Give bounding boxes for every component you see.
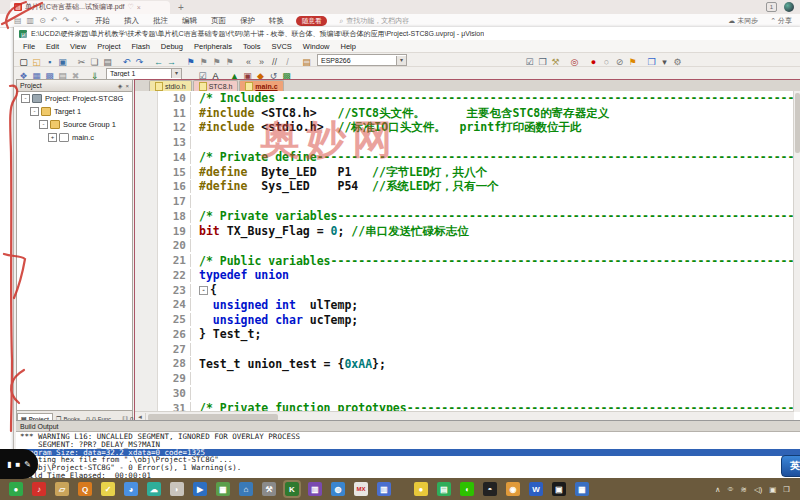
code-line-23[interactable]: 23-{ [135,283,794,298]
ime-language-badge[interactable]: 英 [781,455,800,477]
promo-badge[interactable]: 随意看 [296,16,328,26]
code-line-29[interactable]: 29 [135,371,794,386]
sync-status[interactable]: ☁ 未同步 [728,16,758,26]
calculator-icon[interactable]: ▦ [575,482,589,496]
build-log-line[interactable]: ".\obj\Project-STC8G" - 0 Error(s), 1 Wa… [20,464,800,472]
volume-icon[interactable]: ◁) [754,485,762,494]
tab-close-icon[interactable]: × [137,4,141,11]
build-log-line[interactable]: Program Size: data=32.2 xdata=0 code=132… [16,449,800,457]
menu-edit[interactable]: Edit [46,42,59,51]
share-button[interactable]: ⌃ 分享 [770,16,792,26]
explorer-icon[interactable]: ▱ [55,482,69,496]
panel-icon[interactable]: ▤ [14,16,22,25]
code-line-28[interactable]: 28Test_t union_test = {0xAA}; [135,357,794,372]
pin-icon[interactable]: ◈ [118,82,123,89]
computer-icon[interactable]: ⌂ [239,482,253,496]
menu-peripherals[interactable]: Peripherals [194,42,232,51]
editor-tab-stdio.h[interactable]: stdio.h [149,80,192,91]
screen-recorder-widget[interactable]: ▮■✎ [0,449,38,479]
chevron-down-icon[interactable]: ▾ [396,56,406,65]
build-log-line[interactable]: SEGMENT: ?PR?_DELAY_MS?MAIN [20,441,800,449]
pdf-menu-开始[interactable]: 开始 [95,16,110,26]
pdf-menu-页面[interactable]: 页面 [211,16,226,26]
chrome-icon[interactable]: ◕ [124,482,138,496]
code-line-14[interactable]: 14/* Private define---------------------… [135,150,794,165]
app-purple-icon[interactable]: ▥ [308,482,322,496]
pdf-menu-编辑[interactable]: 编辑 [182,16,197,26]
code-line-26[interactable]: 26} Test_t; [135,327,794,342]
avatar[interactable] [784,2,794,12]
pause-icon[interactable]: ▮ [7,460,11,469]
code-line-21[interactable]: 21/* Public variables-------------------… [135,253,794,268]
browser-sphere-icon[interactable]: ◍ [331,482,345,496]
menu-project[interactable]: Project [97,42,120,51]
netease-icon[interactable]: ♪ [32,482,46,496]
tree-expander-icon[interactable]: - [21,94,30,103]
tray-expand-icon[interactable]: ∧ [715,485,721,494]
pdf-menu-批注[interactable]: 批注 [153,16,168,26]
ime-tray-icon[interactable]: ▣ [769,485,776,494]
code-line-13[interactable]: 13 [135,135,794,150]
tree-expander-icon[interactable]: + [48,133,57,142]
menu-view[interactable]: View [70,42,86,51]
print-icon[interactable]: ⊙ [39,16,46,25]
network-icon[interactable]: ≋ [741,485,747,494]
doc-count-badge[interactable]: 1 [766,2,777,12]
tree-item-main.c[interactable]: +main.c [17,131,132,144]
build-log-line[interactable]: creating hex file from ".\obj\Project-ST… [20,456,800,464]
tree-item-Source Group 1[interactable]: -Source Group 1 [17,118,132,131]
undo-icon[interactable]: ↶ [51,16,58,25]
ball-icon[interactable]: ● [414,482,428,496]
code-line-25[interactable]: 25 unsigned char ucTemp; [135,312,794,327]
code-line-11[interactable]: 11#include <STC8.h> //STC8头文件。 主要包含STC8的… [135,106,794,121]
notes-icon[interactable]: ✓ [101,482,115,496]
close-icon[interactable]: × [125,83,129,89]
pdf-menu-插入[interactable]: 插入 [124,16,139,26]
camera-icon[interactable]: ▣ [552,482,566,496]
wechat-icon[interactable]: ◖ [460,482,474,496]
code-line-12[interactable]: 12#include <stdio.h> //标准IO口头文件。 printf打… [135,121,794,136]
notification-icon[interactable]: ❒ [783,485,790,494]
project-panel-header[interactable]: Project ◈ × [16,79,133,92]
tree-expander-icon[interactable]: - [39,120,48,129]
search-combobox[interactable]: ESP8266 ▾ [317,54,407,66]
target-combobox[interactable]: Target 1 ▾ [106,68,182,80]
chevron-down-icon[interactable]: ▾ [171,69,181,78]
editor-tab-main.c[interactable]: main.c [239,80,283,91]
favorite-heart-icon[interactable]: ♡ [128,3,134,11]
build-log-line[interactable]: *** WARNING L16: UNCALLED SEGMENT, IGNOR… [20,433,800,441]
code-line-24[interactable]: 24 unsigned int ulTemp; [135,298,794,313]
pdf-document-tab[interactable]: ▨ 单片机C语言基础...试预编译.pdf ♡ × [10,1,170,14]
menu-debug[interactable]: Debug [161,42,183,51]
menu-help[interactable]: Help [341,42,356,51]
code-area[interactable]: 10/* Includes --------------------------… [135,91,794,412]
word-icon[interactable]: W [529,482,543,496]
code-line-10[interactable]: 10/* Includes --------------------------… [135,91,794,106]
save-icon[interactable]: ▥ [27,16,35,25]
app-green-icon[interactable]: ● [9,482,23,496]
code-line-20[interactable]: 20 [135,239,794,254]
menu-tools[interactable]: Tools [243,42,261,51]
video-player-icon[interactable]: ▶ [193,482,207,496]
menu-svcs[interactable]: SVCS [271,42,291,51]
chart-icon[interactable]: ▥ [377,482,391,496]
mic-icon[interactable]: ⌯ [728,484,734,494]
menu-window[interactable]: Window [303,42,330,51]
code-line-30[interactable]: 30 [135,386,794,401]
photos-icon[interactable]: ▦ [216,482,230,496]
keil-uvision-icon[interactable]: K [285,482,299,496]
menu-file[interactable]: File [23,42,35,51]
card-icon[interactable]: ▤ [437,482,451,496]
build-output-header[interactable]: Build Output [16,421,800,432]
hamster-app-icon[interactable]: ◉ [506,482,520,496]
pdf-menu-保护[interactable]: 保护 [240,16,255,26]
code-line-22[interactable]: 22typedef union [135,268,794,283]
code-line-16[interactable]: 16#define Sys_LED P54 //系统LED灯，只有一个 [135,180,794,195]
qq-icon[interactable]: ◓ [483,482,497,496]
code-line-27[interactable]: 27 [135,342,794,357]
code-line-17[interactable]: 17 [135,194,794,209]
tree-item-Target 1[interactable]: -Target 1 [17,105,132,118]
new-tab-button[interactable]: + [178,2,184,13]
build-output-log[interactable]: *** WARNING L16: UNCALLED SEGMENT, IGNOR… [16,432,800,480]
app-gray-icon[interactable]: ◗ [170,482,184,496]
